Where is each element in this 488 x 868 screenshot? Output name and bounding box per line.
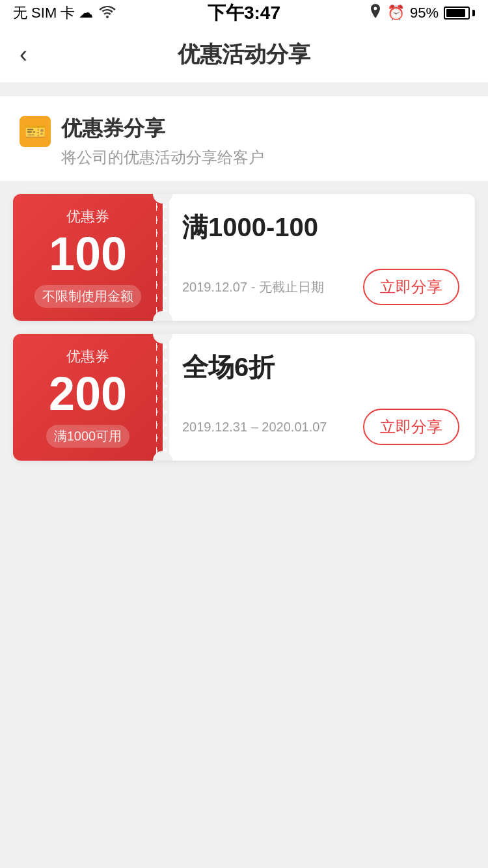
section-title: 优惠券分享: [61, 115, 264, 143]
coupon-amount-0: 100: [49, 230, 127, 277]
alarm-icon: ⏰: [387, 5, 405, 21]
coupon-label-1: 优惠券: [66, 347, 109, 366]
coupon-label-0: 优惠券: [66, 207, 109, 226]
coupon-date-1: 2019.12.31 – 2020.01.07: [182, 418, 327, 436]
status-left: 无 SIM 卡 ☁: [13, 3, 116, 23]
wifi-icon: [98, 4, 116, 22]
page-title: 优惠活动分享: [178, 40, 310, 70]
coupon-right-1: 全场6折 2019.12.31 – 2020.01.07 立即分享: [163, 334, 475, 461]
sim-label: 无 SIM 卡 ☁: [13, 3, 93, 23]
battery-icon: [444, 7, 475, 20]
coupon-condition-0: 不限制使用金额: [34, 285, 141, 308]
empty-area: [0, 474, 488, 864]
separator: [0, 83, 488, 96]
coupon-card: 优惠券 200 满1000可用 全场6折 2019.12.31 – 2020.0…: [13, 334, 475, 461]
battery-percent: 95%: [410, 5, 439, 21]
status-bar: 无 SIM 卡 ☁ 下午3:47 ⏰ 95%: [0, 0, 488, 26]
coupon-bottom-row-1: 2019.12.31 – 2020.01.07 立即分享: [182, 409, 459, 445]
coupon-condition-1: 满1000可用: [46, 425, 130, 448]
coupon-amount-1: 200: [49, 370, 127, 417]
coupon-left-1: 优惠券 200 满1000可用: [13, 334, 163, 461]
section-header: 🎫 优惠券分享 将公司的优惠活动分享给客户: [0, 96, 488, 181]
back-button[interactable]: ‹: [20, 41, 27, 68]
section-text-block: 优惠券分享 将公司的优惠活动分享给客户: [61, 115, 264, 168]
coupon-date-0: 2019.12.07 - 无截止日期: [182, 278, 324, 296]
share-button-0[interactable]: 立即分享: [363, 269, 459, 305]
coupon-bottom-row-0: 2019.12.07 - 无截止日期 立即分享: [182, 269, 459, 305]
coupon-name-1: 全场6折: [182, 349, 459, 385]
coupon-left-0: 优惠券 100 不限制使用金额: [13, 194, 163, 321]
coupon-right-0: 满1000-100 2019.12.07 - 无截止日期 立即分享: [163, 194, 475, 321]
section-subtitle: 将公司的优惠活动分享给客户: [61, 147, 264, 168]
share-button-1[interactable]: 立即分享: [363, 409, 459, 445]
section-icon: 🎫: [20, 116, 51, 147]
coupon-card: 优惠券 100 不限制使用金额 满1000-100 2019.12.07 - 无…: [13, 194, 475, 321]
status-right: ⏰ 95%: [369, 4, 475, 22]
location-icon: [369, 4, 382, 22]
coupon-name-0: 满1000-100: [182, 210, 459, 245]
coupon-list: 优惠券 100 不限制使用金额 满1000-100 2019.12.07 - 无…: [0, 181, 488, 474]
status-time: 下午3:47: [208, 1, 280, 25]
nav-bar: ‹ 优惠活动分享: [0, 26, 488, 83]
